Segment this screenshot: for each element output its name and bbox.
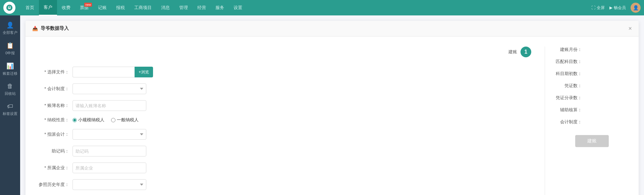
ledger-name-row: * 账簿名称： [32,100,538,111]
info-section: 建账月份： 匹配科目数： 科目期初数： 凭证数： [545,47,632,195]
nav-item-管理[interactable]: 管理 [175,0,193,15]
accounting-select[interactable] [72,83,146,94]
accounting-label: * 会计制度： [32,86,72,92]
accounting-system-row: * 会计制度： [32,83,538,94]
init-balance-label: 科目期初数： [552,71,585,77]
user-icon: 👤 [6,21,14,29]
ref-year-row: 参照历史年度： [32,179,538,190]
nav-item-服务[interactable]: 服务 [211,0,229,15]
ledger-name-label: * 账簿名称： [32,103,72,109]
migrate-icon: 📊 [6,62,14,70]
dialog-title: 📥 导爷数据导入 [32,25,69,31]
nav-badge: new [84,3,92,7]
assign-accountant-select[interactable] [72,129,146,140]
general-taxpayer-label: 一般纳税人 [117,117,139,123]
voucher-count-label: 凭证数： [552,83,585,89]
play-icon: ▶ [609,5,612,10]
sidebar-item-label: 标签设置 [3,111,17,116]
aux-accounting-row: 辅助核算： [552,107,632,113]
app-logo[interactable] [3,2,15,14]
file-input[interactable] [72,67,135,77]
build-month-row: 建账月份： [552,47,632,53]
small-taxpayer-input[interactable] [72,118,77,122]
match-subjects-row: 匹配科目数： [552,59,632,65]
nav-items: 首页客户收费票据new记账报税工商项目消息管理经营服务设置 [21,0,591,15]
form-section: 建账 1 * 选择文件： +浏览 * 会计制度： [32,47,545,195]
sidebar-item-tags[interactable]: 🏷 标签设置 [0,100,20,119]
tax-radio-group: 小规模纳税人 一般纳税人 [72,117,139,123]
nav-item-经营[interactable]: 经营 [193,0,211,15]
voucher-entries-row: 凭证分录数： [552,95,632,101]
ledger-name-input[interactable] [72,100,146,111]
memo-code-label: 助记码： [32,148,72,154]
small-taxpayer-label: 小规模纳税人 [78,117,104,123]
nav-item-消息[interactable]: 消息 [156,0,175,15]
sidebar-item-recycle[interactable]: 🗑 回收站 [0,80,20,99]
tax-type-label: * 纳税性质： [32,117,72,123]
voucher-entries-label: 凭证分录数： [552,95,585,101]
memo-code-input[interactable] [72,146,146,156]
sidebar-item-all-clients[interactable]: 👤 全部客户 [0,19,20,38]
content-area: 📥 导爷数据导入 × 建账 1 * 选择文件： [20,15,644,195]
member-label: 畅会员 [614,5,626,11]
dialog-body: 建账 1 * 选择文件： +浏览 * 会计制度： [26,37,639,195]
company-label: * 所属企业： [32,165,72,171]
tag-icon: 🏷 [7,103,13,110]
voucher-count-row: 凭证数： [552,83,632,89]
avatar[interactable]: 👤 [631,3,641,13]
sidebar-item-migrate[interactable]: 📊 账套迁移 [0,60,20,79]
sidebar-item-label: 回收站 [5,91,16,96]
small-taxpayer-radio[interactable]: 小规模纳税人 [72,117,104,123]
nav-item-记账[interactable]: 记账 [93,0,111,15]
sidebar-item-label: 账套迁移 [3,71,17,76]
fullscreen-label: 全屏 [597,5,605,11]
topnav: 首页客户收费票据new记账报税工商项目消息管理经营服务设置 ⛶ 全屏 ▶ 畅会员… [0,0,644,15]
company-input[interactable] [72,162,146,173]
tax-type-row: * 纳税性质： 小规模纳税人 一般纳税人 [32,117,538,123]
general-taxpayer-radio[interactable]: 一般纳税人 [111,117,139,123]
dialog: 📥 导爷数据导入 × 建账 1 * 选择文件： [26,21,639,195]
declaration-icon: 📋 [6,42,14,49]
nav-item-客户[interactable]: 客户 [39,0,57,15]
sidebar-item-label: 全部客户 [3,30,17,35]
ref-year-select[interactable] [72,179,146,190]
nav-item-票据[interactable]: 票据new [75,0,93,15]
assign-accountant-label: * 指派会计： [32,131,72,137]
dialog-header: 📥 导爷数据导入 × [26,21,639,37]
file-select-row: * 选择文件： +浏览 [32,67,538,77]
aux-accounting-label: 辅助核算： [552,107,585,113]
nav-item-收费[interactable]: 收费 [57,0,75,15]
build-button[interactable]: 建账 [575,135,609,147]
svg-point-1 [9,6,10,7]
step-circle: 1 [521,47,531,57]
sidebar-item-declaration[interactable]: 📋 0申报 [0,39,20,58]
accounting-system-info-row: 会计制度： [552,119,632,125]
close-button[interactable]: × [628,25,632,31]
nav-item-设置[interactable]: 设置 [229,0,247,15]
memo-code-row: 助记码： [32,146,538,156]
member-button[interactable]: ▶ 畅会员 [609,5,626,11]
file-input-group: +浏览 [72,67,146,77]
build-month-label: 建账月份： [552,47,585,53]
trash-icon: 🗑 [7,83,13,90]
main-layout: 👤 全部客户 📋 0申报 📊 账套迁移 🗑 回收站 🏷 标签设置 📥 导 [0,15,644,195]
fullscreen-button[interactable]: ⛶ 全屏 [591,5,605,11]
nav-item-工商项目[interactable]: 工商项目 [130,0,156,15]
assign-accountant-row: * 指派会计： [32,129,538,140]
file-label: * 选择文件： [32,69,72,75]
step-header: 建账 1 [32,47,538,57]
sidebar: 👤 全部客户 📋 0申报 📊 账套迁移 🗑 回收站 🏷 标签设置 [0,15,20,195]
nav-item-报税[interactable]: 报税 [111,0,130,15]
ref-year-label: 参照历史年度： [32,182,72,188]
avatar-icon: 👤 [633,5,639,10]
accounting-system-info-label: 会计制度： [552,119,585,125]
init-balance-row: 科目期初数： [552,71,632,77]
dialog-title-text: 导爷数据导入 [41,25,69,31]
general-taxpayer-input[interactable] [111,118,115,122]
company-row: * 所属企业： [32,162,538,173]
fullscreen-icon: ⛶ [591,5,595,10]
nav-item-首页[interactable]: 首页 [21,0,39,15]
browse-button[interactable]: +浏览 [135,67,153,77]
sidebar-item-label: 0申报 [5,51,15,56]
topnav-right: ⛶ 全屏 ▶ 畅会员 👤 [591,3,641,13]
